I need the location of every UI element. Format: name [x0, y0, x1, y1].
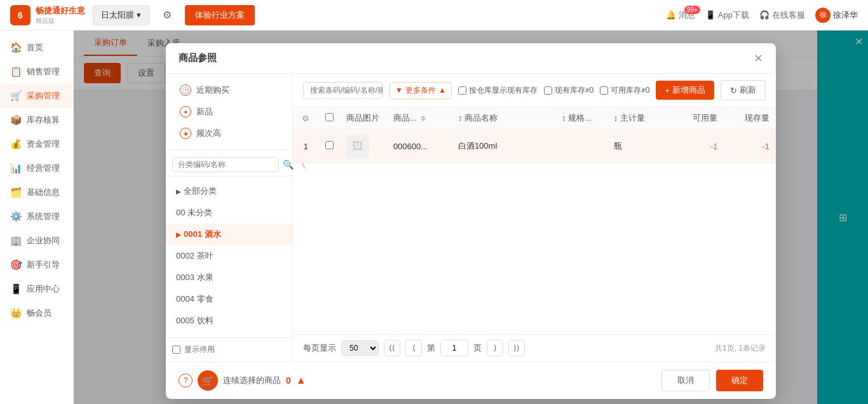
column-settings-icon[interactable]: ⚙	[302, 114, 309, 123]
settings-icon[interactable]: ⚙	[157, 5, 177, 25]
select-all-checkbox[interactable]	[325, 113, 334, 121]
sidebar-item-label: 销售管理	[27, 66, 60, 77]
available-nonzero-checkbox-label[interactable]: 可用库存≠0	[600, 85, 649, 96]
first-page-btn[interactable]: ⟨⟨	[384, 340, 400, 356]
topbar-right: 🔔 消息 99+ 📱 App下载 🎧 在线客服 徐 徐泽华	[666, 8, 858, 23]
experience-btn[interactable]: 体验行业方案	[185, 5, 255, 25]
th-unit[interactable]: ↕ 主计量	[607, 107, 660, 130]
home-icon: 🏠	[10, 42, 22, 53]
star-icon: ★	[180, 128, 191, 139]
avatar: 徐	[815, 8, 831, 23]
cat-0008[interactable]: 0008 水	[166, 332, 292, 337]
category-list: ▶ 全部分类 00 未分类 ▶ 0001 酒水 0002 茶	[166, 177, 292, 337]
sidebar-item-member[interactable]: 👑 畅会员	[0, 301, 73, 325]
sidebar-item-operation[interactable]: 📊 经营管理	[0, 156, 73, 180]
add-product-btn[interactable]: + 新增商品	[656, 81, 714, 100]
th-no: ⚙	[293, 107, 319, 130]
modal-left-panel: 🕐 近期购买 ✦ 新品 ★ 频次高	[166, 74, 293, 361]
warehouse-stock-checkbox[interactable]	[458, 86, 466, 95]
category-search-input[interactable]	[172, 157, 279, 172]
th-code[interactable]: 商品...	[387, 107, 452, 130]
refresh-btn[interactable]: ↻ 刷新	[721, 80, 766, 100]
quick-recent[interactable]: 🕐 近期购买	[172, 80, 286, 100]
sidebar-item-label: 库存核算	[27, 114, 60, 126]
product-search-input[interactable]	[304, 83, 383, 98]
warehouse-stock-checkbox-label[interactable]: 按仓库显示现有库存	[458, 85, 538, 96]
show-disabled-checkbox[interactable]	[172, 346, 180, 354]
quick-new-label: 新品	[196, 106, 213, 118]
app-download-btn[interactable]: 📱 App下载	[705, 10, 749, 21]
topbar: 6 畅捷通好生意 精品版 日太阳膜 ▾ ⚙ 体验行业方案 🔔 消息 99+ 📱 …	[0, 0, 868, 30]
main-area: 采购订单 采购入库 查询 设置 ✕ ⊞ 商品参照 ✕	[74, 30, 868, 404]
notification-btn[interactable]: 🔔 消息 99+	[666, 10, 695, 21]
sidebar-item-inventory[interactable]: 📦 库存核算	[0, 108, 73, 132]
sidebar-item-label: 应用中心	[27, 283, 60, 295]
quick-new[interactable]: ✦ 新品	[172, 102, 286, 122]
prev-page-btn[interactable]: ⟨	[405, 340, 422, 356]
quick-frequent[interactable]: ★ 频次高	[172, 123, 286, 144]
product-reference-modal: 商品参照 ✕ 🕐 近期购买	[166, 43, 776, 399]
sidebar-item-label: 畅会员	[27, 307, 51, 319]
sort-spec-icon: ↕	[562, 113, 566, 123]
sidebar-item-sales[interactable]: 📋 销售管理	[0, 60, 73, 84]
finance-icon: 💰	[10, 138, 22, 150]
stock-nonzero-checkbox[interactable]	[544, 86, 552, 95]
cat-00[interactable]: 00 未分类	[166, 202, 292, 224]
table-row[interactable]: 1 🖼 000600... 白酒100ml	[293, 130, 776, 163]
headset-icon: 🎧	[759, 10, 770, 20]
total-info: 共1页, 1条记录	[715, 343, 766, 354]
last-page-btn[interactable]: ⟩⟩	[508, 340, 525, 356]
modal-close-icon[interactable]: ✕	[754, 53, 763, 64]
sidebar-item-system[interactable]: ⚙️ 系统管理	[0, 205, 73, 229]
sidebar-item-basic[interactable]: 🗂️ 基础信息	[0, 180, 73, 205]
help-icon[interactable]: ?	[179, 374, 193, 387]
sales-icon: 📋	[10, 66, 22, 77]
modal-backdrop: 商品参照 ✕ 🕐 近期购买	[74, 30, 868, 404]
collapse-cart-icon[interactable]: ▲	[296, 375, 306, 386]
sidebar-item-enterprise[interactable]: 🏢 企业协同	[0, 229, 73, 253]
sidebar-item-purchase[interactable]: 🛒 采购管理	[0, 84, 73, 108]
cat-0003[interactable]: 0003 水果	[166, 267, 292, 288]
available-nonzero-checkbox[interactable]	[600, 86, 608, 95]
operation-icon: 📊	[10, 163, 22, 174]
per-page-label: 每页显示	[303, 342, 336, 354]
user-menu[interactable]: 徐 徐泽华	[815, 8, 858, 23]
th-available: 可用量	[659, 107, 724, 130]
sidebar-item-home[interactable]: 🏠 首页	[0, 36, 73, 60]
product-image: 🖼	[346, 135, 369, 158]
filter-label: 更多条件	[405, 85, 436, 96]
quick-frequent-label: 频次高	[196, 128, 221, 139]
cat-0004-label: 0004 零食	[176, 293, 214, 305]
cancel-btn[interactable]: 取消	[661, 370, 710, 391]
next-page-btn[interactable]: ⟩	[487, 340, 503, 356]
chevron-up-icon: ▲	[438, 86, 446, 95]
cell-check	[319, 130, 341, 163]
cat-0005-label: 0005 饮料	[176, 315, 214, 327]
cell-spec	[555, 130, 607, 163]
guide-icon: 🎯	[10, 259, 22, 271]
row-checkbox[interactable]	[325, 141, 334, 149]
sidebar-item-apps[interactable]: 📱 应用中心	[0, 277, 73, 301]
page-label-2: 页	[473, 342, 482, 354]
cart-icon[interactable]: 🛒	[198, 370, 218, 391]
sidebar-item-guide[interactable]: 🎯 新手引导	[0, 253, 73, 277]
th-spec[interactable]: ↕ 规格...	[555, 107, 607, 130]
confirm-btn[interactable]: 确定	[716, 370, 763, 391]
sidebar-item-finance[interactable]: 💰 资金管理	[0, 132, 73, 156]
more-filter-btn[interactable]: ▼ 更多条件 ▲	[390, 82, 452, 99]
cat-0004[interactable]: 0004 零食	[166, 288, 292, 310]
new-icon: ✦	[180, 106, 191, 118]
basic-icon: 🗂️	[10, 187, 22, 198]
per-page-select[interactable]: 50 100	[341, 340, 379, 356]
stock-nonzero-checkbox-label[interactable]: 现有库存≠0	[544, 85, 593, 96]
cat-all[interactable]: ▶ 全部分类	[166, 180, 292, 202]
th-check	[319, 107, 341, 130]
page-number-input[interactable]	[440, 340, 468, 356]
category-search-icon[interactable]: 🔍	[283, 159, 294, 170]
cat-0002[interactable]: 0002 茶叶	[166, 245, 292, 267]
online-service-btn[interactable]: 🎧 在线客服	[759, 10, 805, 21]
th-name[interactable]: ↕ 商品名称	[452, 107, 555, 130]
cat-0005[interactable]: 0005 饮料	[166, 310, 292, 332]
store-selector[interactable]: 日太阳膜 ▾	[93, 5, 149, 25]
cat-0001[interactable]: ▶ 0001 酒水	[166, 224, 292, 245]
